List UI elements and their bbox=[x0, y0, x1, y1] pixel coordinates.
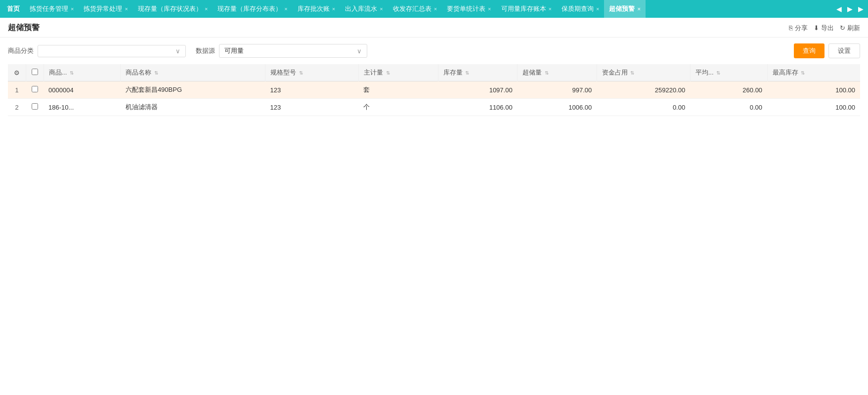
datasource-chevron-icon: ∨ bbox=[357, 47, 362, 55]
close-stock-status-icon[interactable]: × bbox=[205, 6, 208, 12]
export-action[interactable]: ⬇ 导出 bbox=[814, 24, 834, 33]
refresh-icon: ↻ bbox=[840, 24, 845, 32]
col-max-stock[interactable]: 最高库存 ⇅ bbox=[767, 64, 860, 81]
sort-capital-icon: ⇅ bbox=[630, 70, 634, 76]
sort-unit-icon: ⇅ bbox=[386, 70, 390, 76]
cell-capital-1: 0.00 bbox=[597, 99, 690, 116]
table-header-row: ⚙ 商品... ⇅ 商品名称 ⇅ 规格型号 ⇅ 主计量 bbox=[8, 64, 860, 81]
nav-stock-status[interactable]: 现存量（库存状况表） × bbox=[133, 0, 213, 18]
col-capital[interactable]: 资金占用 ⇅ bbox=[597, 64, 690, 81]
close-stock-dist-icon[interactable]: × bbox=[284, 6, 287, 12]
topbar-next-arrow[interactable]: ▶ bbox=[844, 0, 855, 18]
cell-over-stock-0: 997.00 bbox=[518, 81, 597, 99]
nav-order-stat[interactable]: 要货单统计表 × bbox=[442, 0, 496, 18]
topbar-expand-arrow[interactable]: ▶ bbox=[855, 0, 866, 18]
select-all-checkbox[interactable] bbox=[32, 69, 38, 75]
cell-product-name-1: 机油滤清器 bbox=[121, 99, 265, 116]
cell-max-stock-1: 100.00 bbox=[767, 99, 860, 116]
close-summary-icon[interactable]: × bbox=[434, 6, 437, 12]
table-row: 2 186-10... 机油滤清器 123 个 1106.00 1006.00 … bbox=[8, 99, 860, 116]
cell-product-code-1: 186-10... bbox=[43, 99, 121, 116]
share-icon: ⎘ bbox=[789, 24, 793, 32]
main-table: ⚙ 商品... ⇅ 商品名称 ⇅ 规格型号 ⇅ 主计量 bbox=[8, 64, 860, 116]
sort-max-stock-icon: ⇅ bbox=[801, 70, 805, 76]
topbar: 首页 拣货任务管理 × 拣货异常处理 × 现存量（库存状况表） × 现存量（库存… bbox=[0, 0, 868, 18]
sort-product-code-icon: ⇅ bbox=[70, 70, 74, 76]
table-body: 1 0000004 六配套新昌490BPG 123 套 1097.00 997.… bbox=[8, 81, 860, 116]
page-header: 超储预警 ⎘ 分享 ⬇ 导出 ↻ 刷新 bbox=[0, 18, 868, 38]
filter-area: 商品分类 ∨ 数据源 可用量 ∨ 查询 设置 bbox=[0, 38, 868, 64]
nav-avail-book[interactable]: 可用量库存账本 × bbox=[496, 0, 557, 18]
cell-row-num-1: 2 bbox=[8, 99, 26, 116]
table-row: 1 0000004 六配套新昌490BPG 123 套 1097.00 997.… bbox=[8, 81, 860, 99]
row-checkbox-0[interactable] bbox=[32, 86, 38, 92]
cell-max-stock-0: 100.00 bbox=[767, 81, 860, 99]
cell-over-stock-1: 1006.00 bbox=[518, 99, 597, 116]
cell-avg-0: 260.00 bbox=[690, 81, 767, 99]
nav-home[interactable]: 首页 bbox=[2, 0, 25, 18]
col-unit[interactable]: 主计量 ⇅ bbox=[358, 64, 438, 81]
sort-stock-icon: ⇅ bbox=[465, 70, 469, 76]
cell-product-name-0: 六配套新昌490BPG bbox=[121, 81, 265, 99]
category-chevron-icon: ∨ bbox=[175, 47, 180, 55]
table-container: ⚙ 商品... ⇅ 商品名称 ⇅ 规格型号 ⇅ 主计量 bbox=[0, 64, 868, 116]
cell-stock-1: 1106.00 bbox=[438, 99, 518, 116]
nav-exception[interactable]: 拣货异常处理 × bbox=[79, 0, 132, 18]
cell-spec-0: 123 bbox=[265, 81, 359, 99]
col-product-name[interactable]: 商品名称 ⇅ bbox=[121, 64, 265, 81]
cell-avg-1: 0.00 bbox=[690, 99, 767, 116]
cell-unit-0: 套 bbox=[358, 81, 438, 99]
filter-actions: 查询 设置 bbox=[794, 43, 860, 58]
nav-batch[interactable]: 库存批次账 × bbox=[293, 0, 340, 18]
nav-flow[interactable]: 出入库流水 × bbox=[340, 0, 388, 18]
nav-expiry[interactable]: 保质期查询 × bbox=[557, 0, 604, 18]
col-avg[interactable]: 平均... ⇅ bbox=[690, 64, 767, 81]
close-expiry-icon[interactable]: × bbox=[596, 6, 599, 12]
sort-product-name-icon: ⇅ bbox=[154, 70, 158, 76]
datasource-filter-group: 数据源 可用量 ∨ bbox=[196, 44, 367, 58]
close-order-stat-icon[interactable]: × bbox=[488, 6, 491, 12]
cell-unit-1: 个 bbox=[358, 99, 438, 116]
col-product-code[interactable]: 商品... ⇅ bbox=[43, 64, 121, 81]
gear-icon: ⚙ bbox=[14, 69, 20, 77]
cell-stock-0: 1097.00 bbox=[438, 81, 518, 99]
sort-avg-icon: ⇅ bbox=[716, 70, 720, 76]
close-avail-book-icon[interactable]: × bbox=[549, 6, 552, 12]
close-batch-icon[interactable]: × bbox=[332, 6, 335, 12]
refresh-action[interactable]: ↻ 刷新 bbox=[840, 24, 860, 33]
category-filter-group: 商品分类 ∨ bbox=[8, 45, 186, 57]
nav-over-stock[interactable]: 超储预警 × bbox=[604, 0, 645, 18]
close-flow-icon[interactable]: × bbox=[380, 6, 383, 12]
nav-task[interactable]: 拣货任务管理 × bbox=[25, 0, 79, 18]
cell-product-code-0: 0000004 bbox=[43, 81, 121, 99]
col-spec[interactable]: 规格型号 ⇅ bbox=[265, 64, 359, 81]
nav-summary[interactable]: 收发存汇总表 × bbox=[388, 0, 442, 18]
datasource-value: 可用量 bbox=[224, 46, 244, 55]
cell-check-0[interactable] bbox=[26, 81, 43, 99]
close-task-icon[interactable]: × bbox=[71, 6, 74, 12]
row-checkbox-1[interactable] bbox=[32, 103, 38, 110]
close-exception-icon[interactable]: × bbox=[125, 6, 128, 12]
col-stock[interactable]: 库存量 ⇅ bbox=[438, 64, 518, 81]
header-actions: ⎘ 分享 ⬇ 导出 ↻ 刷新 bbox=[789, 24, 860, 33]
category-select[interactable]: ∨ bbox=[38, 45, 186, 57]
datasource-label: 数据源 bbox=[196, 46, 215, 55]
topbar-prev-arrow[interactable]: ◀ bbox=[833, 0, 844, 18]
share-action[interactable]: ⎘ 分享 bbox=[789, 24, 808, 33]
datasource-select[interactable]: 可用量 ∨ bbox=[219, 44, 367, 58]
col-check[interactable] bbox=[26, 64, 43, 81]
category-label: 商品分类 bbox=[8, 46, 34, 55]
col-over-stock[interactable]: 超储量 ⇅ bbox=[518, 64, 597, 81]
sort-over-stock-icon: ⇅ bbox=[545, 70, 549, 76]
topbar-right: ◀ ▶ ▶ bbox=[833, 0, 866, 18]
cell-row-num-0: 1 bbox=[8, 81, 26, 99]
nav-stock-dist[interactable]: 现存量（库存分布表） × bbox=[213, 0, 292, 18]
col-gear[interactable]: ⚙ bbox=[8, 64, 26, 81]
cell-spec-1: 123 bbox=[265, 99, 359, 116]
close-over-stock-icon[interactable]: × bbox=[637, 6, 640, 12]
sort-spec-icon: ⇅ bbox=[299, 70, 303, 76]
page-title: 超储预警 bbox=[8, 23, 40, 33]
cell-check-1[interactable] bbox=[26, 99, 43, 116]
setting-button[interactable]: 设置 bbox=[828, 43, 860, 58]
query-button[interactable]: 查询 bbox=[794, 43, 825, 58]
